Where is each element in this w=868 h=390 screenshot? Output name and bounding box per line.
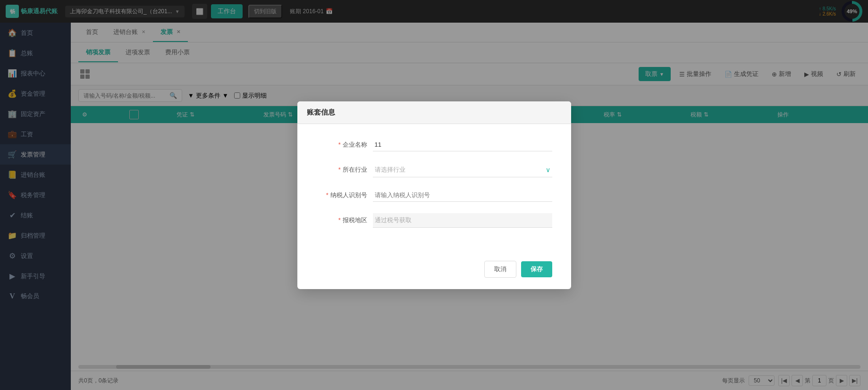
modal-title: 账套信息	[307, 108, 335, 116]
save-button[interactable]: 保存	[521, 261, 552, 277]
form-row-tax-region: * 报税地区 通过税号获取	[316, 213, 552, 228]
tax-region-label: * 报税地区	[316, 216, 373, 224]
form-row-tax-id: * 纳税人识别号	[316, 189, 552, 202]
industry-label: * 所在行业	[316, 166, 373, 174]
company-name-input[interactable]	[373, 138, 552, 151]
required-mark-region: *	[338, 216, 341, 224]
tax-region-placeholder: 通过税号获取	[375, 216, 412, 224]
tax-id-input[interactable]	[373, 189, 552, 202]
company-name-label: * 企业名称	[316, 141, 373, 149]
required-mark-tax: *	[326, 191, 329, 199]
modal-header: 账套信息	[297, 101, 571, 124]
modal-body: * 企业名称 * 所在行业 请选择行业 ∨ *	[297, 124, 571, 253]
required-mark-company: *	[338, 141, 341, 148]
required-mark-industry: *	[338, 166, 341, 173]
modal-dialog: 账套信息 * 企业名称 * 所在行业 请选择行业 ∨	[297, 101, 571, 289]
form-row-industry: * 所在行业 请选择行业 ∨	[316, 163, 552, 177]
tax-region-field: 通过税号获取	[373, 213, 552, 228]
tax-id-label: * 纳税人识别号	[316, 191, 373, 199]
cancel-button[interactable]: 取消	[484, 261, 516, 278]
industry-dropdown-icon: ∨	[546, 166, 550, 174]
modal-footer: 取消 保存	[297, 253, 571, 289]
industry-placeholder: 请选择行业	[375, 166, 405, 174]
modal-overlay[interactable]: 账套信息 * 企业名称 * 所在行业 请选择行业 ∨	[0, 0, 868, 390]
form-row-company: * 企业名称	[316, 138, 552, 151]
industry-select[interactable]: 请选择行业 ∨	[373, 163, 552, 177]
